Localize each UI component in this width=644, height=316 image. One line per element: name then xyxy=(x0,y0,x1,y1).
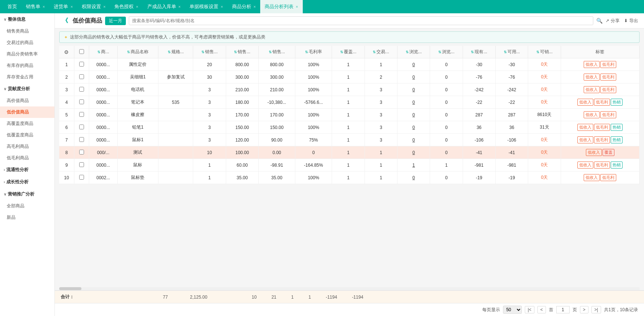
page-number-input[interactable] xyxy=(556,306,570,313)
last-page-button[interactable]: >| xyxy=(591,306,601,313)
sidebar-item-low-value[interactable]: 低价值商品 xyxy=(0,106,54,118)
nav-item-goods-list[interactable]: 商品分析列表 × xyxy=(260,0,302,13)
sidebar-item-all-goods[interactable]: 全部商品 xyxy=(0,200,54,212)
cell-check[interactable] xyxy=(74,159,89,171)
first-page-button[interactable]: |< xyxy=(525,306,534,313)
cell-check[interactable] xyxy=(74,84,89,96)
cell-cover: 1 xyxy=(332,134,365,146)
row-checkbox[interactable] xyxy=(79,74,84,79)
nav-item-goods-analysis[interactable]: 商品分析 × xyxy=(228,0,260,13)
period-button[interactable]: 近一月 xyxy=(105,17,126,25)
row-checkbox[interactable] xyxy=(79,99,84,104)
close-icon[interactable]: × xyxy=(103,4,105,9)
col-name[interactable]: ⇅商品名称 xyxy=(117,46,158,58)
cell-b1[interactable]: 0 xyxy=(398,71,430,84)
tag-low-income: 低收入 xyxy=(577,136,593,143)
sidebar-item-category-sales-rate[interactable]: 商品分类销售率 xyxy=(0,48,54,60)
cell-check[interactable] xyxy=(74,134,89,146)
next-page-button[interactable]: > xyxy=(580,306,588,313)
per-page-select[interactable]: 50 100 200 xyxy=(503,306,522,314)
row-checkbox[interactable] xyxy=(79,150,84,154)
cell-b1[interactable]: 1 xyxy=(398,159,430,171)
close-icon[interactable]: × xyxy=(296,4,298,9)
sidebar-item-sales-goods[interactable]: 销售类商品 xyxy=(0,26,54,37)
cell-b1[interactable]: 0 xyxy=(398,121,430,134)
select-all-checkbox[interactable] xyxy=(79,49,84,54)
horizontal-scrollbar[interactable] xyxy=(59,287,640,290)
sidebar-section-marketing[interactable]: ∨ 营销推广分析 xyxy=(0,188,54,200)
nav-item-product-in[interactable]: 产成品入库单 × xyxy=(143,0,185,13)
sidebar-item-low-margin[interactable]: 低毛利商品 xyxy=(0,152,54,164)
sidebar-item-traded-goods[interactable]: 交易过的商品 xyxy=(0,37,54,48)
col-stock2[interactable]: ⇅可用... xyxy=(496,46,528,58)
close-icon[interactable]: × xyxy=(178,4,181,9)
row-checkbox[interactable] xyxy=(79,62,84,67)
col-margin[interactable]: ⇅毛利率 xyxy=(295,46,332,58)
cell-b1[interactable]: 0 xyxy=(398,58,430,71)
sidebar-item-high-coverage[interactable]: 高覆盖度商品 xyxy=(0,118,54,129)
col-browse1[interactable]: ⇅浏览... xyxy=(398,46,430,58)
cell-check[interactable] xyxy=(74,109,89,121)
close-icon[interactable]: × xyxy=(221,4,223,9)
cell-check[interactable] xyxy=(74,171,89,184)
nav-item-template[interactable]: 单据模板设置 × xyxy=(185,0,227,13)
cell-b1[interactable]: 0 xyxy=(398,96,430,109)
sidebar-item-high-value[interactable]: 高价值商品 xyxy=(0,95,54,106)
nav-item-home[interactable]: 首页 xyxy=(3,0,21,13)
sidebar-item-stock-goods[interactable]: 有库存的商品 xyxy=(0,60,54,71)
sidebar-item-new-goods[interactable]: 新品 xyxy=(0,212,54,223)
col-sell[interactable]: ⇅可销... xyxy=(528,46,561,58)
row-checkbox[interactable] xyxy=(79,137,84,142)
cell-check[interactable] xyxy=(74,146,89,159)
sidebar-section-liquidity[interactable]: › 流通性分析 xyxy=(0,164,54,176)
col-stock1[interactable]: ⇅现有... xyxy=(463,46,495,58)
sidebar-item-high-margin[interactable]: 高毛利商品 xyxy=(0,141,54,152)
search-input[interactable] xyxy=(129,16,593,25)
cell-b1[interactable]: 0 xyxy=(398,134,430,146)
col-check[interactable] xyxy=(74,46,89,58)
sidebar-section-growth[interactable]: › 成长性分析 xyxy=(0,176,54,188)
nav-item-role[interactable]: 角色授权 × xyxy=(110,0,142,13)
cell-b1[interactable]: 0 xyxy=(398,146,430,159)
close-icon[interactable]: × xyxy=(70,4,73,9)
sidebar-section-overall[interactable]: ∨ 整体信息 xyxy=(0,13,54,26)
col-code[interactable]: ⇅商... xyxy=(89,46,117,58)
col-sales3[interactable]: ⇅销售... xyxy=(258,46,295,58)
close-icon[interactable]: × xyxy=(43,4,45,9)
cell-check[interactable] xyxy=(74,121,89,134)
row-checkbox[interactable] xyxy=(79,87,84,92)
col-cover[interactable]: ⇅覆盖... xyxy=(332,46,365,58)
col-sales1[interactable]: ⇅销售... xyxy=(193,46,226,58)
cell-check[interactable] xyxy=(74,96,89,109)
export-button[interactable]: ⬇ 导出 xyxy=(624,18,638,24)
row-checkbox[interactable] xyxy=(79,125,84,129)
sidebar-item-stock-capital[interactable]: 库存资金占用 xyxy=(0,71,54,83)
cell-b1[interactable]: 0 xyxy=(398,171,430,184)
nav-item-purchase[interactable]: 进货单 × xyxy=(49,0,77,13)
col-spec[interactable]: ⇅规格... xyxy=(158,46,193,58)
sidebar-section-contribution[interactable]: ∨ 贡献度分析 xyxy=(0,83,54,95)
cell-check[interactable] xyxy=(74,58,89,71)
col-trade[interactable]: ⇅交易... xyxy=(365,46,397,58)
close-icon[interactable]: × xyxy=(254,4,256,9)
collapse-sidebar-button[interactable]: 《 xyxy=(61,17,70,25)
cell-b1[interactable]: 0 xyxy=(398,84,430,96)
nav-item-permission[interactable]: 权限设置 × xyxy=(77,0,110,13)
share-button[interactable]: ↗ 分享 xyxy=(606,18,620,24)
cell-cover: 1 xyxy=(332,171,365,184)
row-checkbox[interactable] xyxy=(79,112,84,117)
nav-item-sales[interactable]: 销售单 × xyxy=(21,0,49,13)
search-icon[interactable]: 🔍 xyxy=(596,18,603,24)
col-browse2[interactable]: ⇅浏览... xyxy=(430,46,463,58)
row-checkbox[interactable] xyxy=(79,162,84,167)
cell-b1[interactable]: 0 xyxy=(398,109,430,121)
table-container[interactable]: ⚙ ⇅商... ⇅商品名称 ⇅规格... ⇅销售... ⇅销售... ⇅销售..… xyxy=(59,46,640,287)
col-gear[interactable]: ⚙ xyxy=(59,46,74,58)
sidebar-item-low-coverage[interactable]: 低覆盖度商品 xyxy=(0,129,54,141)
prev-page-button[interactable]: < xyxy=(537,306,546,313)
gear-icon[interactable]: ⚙ xyxy=(64,49,69,55)
row-checkbox[interactable] xyxy=(79,175,84,180)
cell-check[interactable] xyxy=(74,71,89,84)
close-icon[interactable]: × xyxy=(136,4,138,9)
col-sales2[interactable]: ⇅销售... xyxy=(226,46,258,58)
